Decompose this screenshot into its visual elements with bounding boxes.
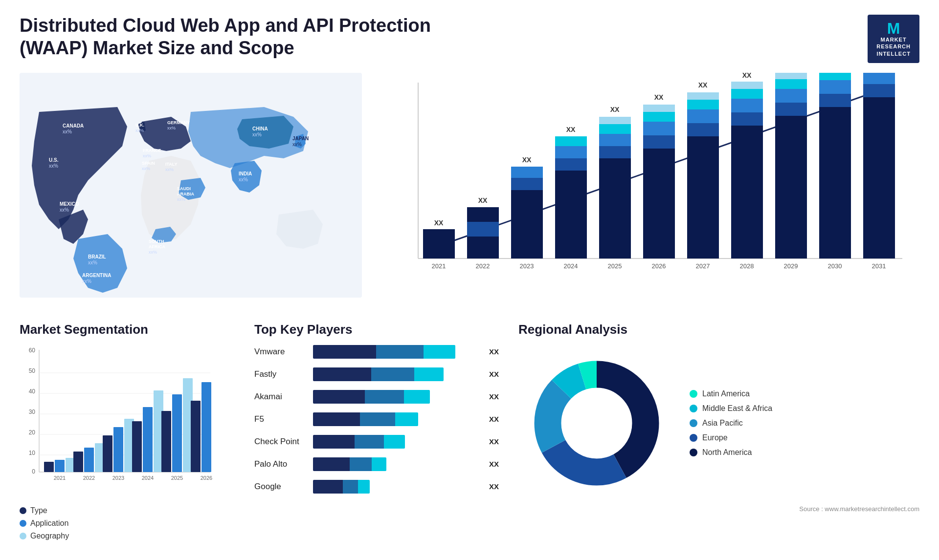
player-name-paloalto: Palo Alto xyxy=(254,459,308,469)
svg-text:SPAIN: SPAIN xyxy=(142,161,155,166)
svg-text:xx%: xx% xyxy=(167,126,176,130)
svg-rect-120 xyxy=(73,452,83,472)
north-america-dot xyxy=(690,449,697,456)
segmentation-title: Market Segmentation xyxy=(20,322,235,337)
player-row-google: Google XX xyxy=(254,480,499,494)
type-label: Type xyxy=(30,506,47,515)
player-bar-fastly xyxy=(313,367,480,381)
legend-middle-east-africa: Middle East & Africa xyxy=(690,404,772,413)
map-section: CANADA xx% U.S. xx% MEXICO xx% BRAZIL xx… xyxy=(20,73,362,307)
svg-rect-94 xyxy=(819,73,851,80)
type-dot xyxy=(20,507,26,514)
svg-text:xx%: xx% xyxy=(292,142,302,147)
svg-text:XX: XX xyxy=(522,156,532,164)
svg-rect-85 xyxy=(775,103,807,116)
bar-chart-container: XX 2021 XX 2022 XX 2023 xyxy=(381,73,919,307)
svg-rect-125 xyxy=(113,427,123,472)
svg-text:AFRICA: AFRICA xyxy=(149,244,165,249)
svg-rect-37 xyxy=(423,229,455,258)
legend-north-america: North America xyxy=(690,448,772,457)
svg-rect-124 xyxy=(103,435,112,472)
player-name-checkpoint: Check Point xyxy=(254,437,308,447)
svg-rect-51 xyxy=(555,158,587,171)
svg-text:XX: XX xyxy=(610,106,620,113)
player-xx-google: XX xyxy=(489,482,499,491)
svg-rect-73 xyxy=(687,100,719,109)
player-xx-akamai: XX xyxy=(489,392,499,401)
svg-rect-77 xyxy=(731,126,763,258)
logo-text: MARKETRESEARCHINTELLECT xyxy=(876,36,911,57)
player-row-vmware: Vmware XX xyxy=(254,345,499,359)
application-label: Application xyxy=(30,519,68,528)
svg-text:FRANCE: FRANCE xyxy=(143,148,161,153)
svg-rect-137 xyxy=(201,382,211,472)
bottom-section: Market Segmentation 60 50 40 30 20 10 0 xyxy=(20,322,919,560)
svg-text:xx%: xx% xyxy=(82,279,91,284)
north-america-label: North America xyxy=(702,448,752,457)
svg-text:2025: 2025 xyxy=(171,475,183,481)
player-row-f5: F5 XX xyxy=(254,412,499,426)
player-xx-checkpoint: XX xyxy=(489,437,499,446)
asia-pacific-dot xyxy=(690,419,697,427)
svg-rect-97 xyxy=(863,97,895,258)
svg-text:xx%: xx% xyxy=(135,128,144,133)
bar-chart-section: XX 2021 XX 2022 XX 2023 xyxy=(381,73,919,307)
regional-legend: Latin America Middle East & Africa Asia … xyxy=(690,389,772,457)
svg-rect-70 xyxy=(687,136,719,258)
player-row-checkpoint: Check Point XX xyxy=(254,435,499,449)
player-xx-paloalto: XX xyxy=(489,460,499,468)
player-row-akamai: Akamai XX xyxy=(254,390,499,404)
svg-rect-45 xyxy=(511,190,543,258)
player-row-fastly: Fastly XX xyxy=(254,367,499,381)
svg-rect-42 xyxy=(467,237,499,258)
svg-rect-81 xyxy=(731,82,763,89)
svg-text:2024: 2024 xyxy=(142,475,154,481)
svg-text:xx%: xx% xyxy=(88,260,97,265)
player-bar-f5 xyxy=(313,412,480,426)
svg-text:BRAZIL: BRAZIL xyxy=(88,254,106,259)
svg-rect-50 xyxy=(555,171,587,258)
player-name-akamai: Akamai xyxy=(254,392,308,402)
player-row-paloalto: Palo Alto XX xyxy=(254,457,499,471)
legend-europe: Europe xyxy=(690,433,772,442)
svg-text:xx%: xx% xyxy=(165,167,174,172)
svg-text:10: 10 xyxy=(29,450,36,456)
segmentation-chart-svg: 60 50 40 30 20 10 0 2021 xyxy=(20,345,225,496)
latin-america-dot xyxy=(690,390,697,398)
svg-rect-80 xyxy=(731,89,763,99)
svg-rect-74 xyxy=(687,92,719,100)
svg-text:xx%: xx% xyxy=(143,153,151,158)
title-block: Distributed Cloud Web App and API Protec… xyxy=(20,15,460,59)
svg-text:2026: 2026 xyxy=(201,475,212,481)
main-container: Distributed Cloud Web App and API Protec… xyxy=(0,0,939,560)
svg-rect-78 xyxy=(731,112,763,126)
regional-title: Regional Analysis xyxy=(518,322,919,337)
svg-text:2028: 2028 xyxy=(740,262,754,270)
svg-text:50: 50 xyxy=(29,367,36,374)
map-svg: CANADA xx% U.S. xx% MEXICO xx% BRAZIL xx… xyxy=(20,73,362,298)
player-name-vmware: Vmware xyxy=(254,347,308,357)
svg-rect-92 xyxy=(819,94,851,107)
svg-text:2023: 2023 xyxy=(112,475,124,481)
player-xx-fastly: XX xyxy=(489,370,499,378)
svg-text:XX: XX xyxy=(434,219,444,227)
svg-rect-59 xyxy=(599,124,631,134)
svg-text:xx%: xx% xyxy=(142,166,150,171)
svg-text:20: 20 xyxy=(29,429,36,436)
svg-text:INDIA: INDIA xyxy=(239,171,252,176)
logo-block: M MARKETRESEARCHINTELLECT xyxy=(868,15,919,63)
svg-rect-132 xyxy=(161,411,171,472)
segmentation-legend: Type Application Geography xyxy=(20,506,235,540)
svg-text:MEXICO: MEXICO xyxy=(60,201,79,207)
svg-rect-63 xyxy=(643,149,675,258)
source-text: Source : www.marketresearchintellect.com xyxy=(518,505,919,513)
svg-rect-84 xyxy=(775,116,807,258)
svg-text:xx%: xx% xyxy=(60,207,69,213)
svg-rect-57 xyxy=(599,146,631,158)
player-bar-vmware xyxy=(313,345,480,359)
legend-type: Type xyxy=(20,506,235,515)
bar-chart-svg: XX 2021 XX 2022 XX 2023 xyxy=(381,73,919,283)
players-title: Top Key Players xyxy=(254,322,499,337)
svg-rect-79 xyxy=(731,99,763,112)
asia-pacific-label: Asia Pacific xyxy=(702,419,743,428)
